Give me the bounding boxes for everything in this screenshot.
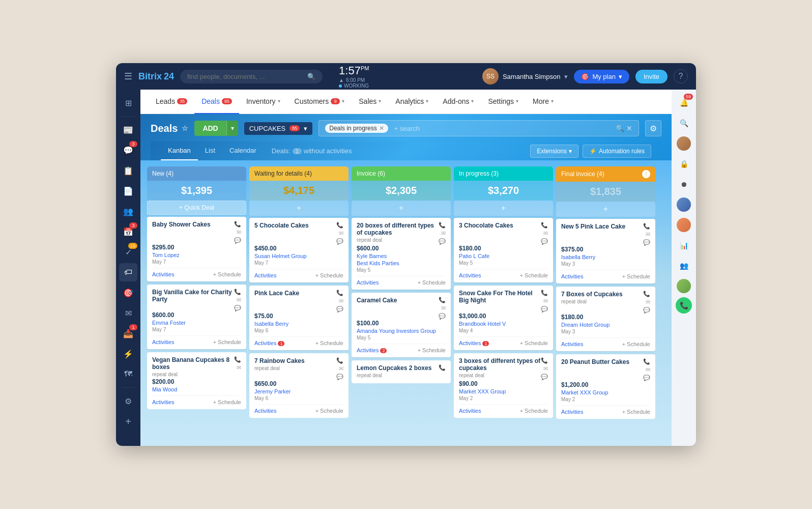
nav-item-customers[interactable]: Customers 9 ▾ [287,90,352,114]
nav-item-addons[interactable]: Add-ons ▾ [436,90,481,114]
my-plan-button[interactable]: 🎯 My plan ▾ [574,70,629,83]
add-button[interactable]: ADD [194,121,226,136]
card-7-rainbow-cakes[interactable]: 7 Rainbow Cakes repeat deal 📞 ✉ 💬 $650.0… [249,353,349,418]
schedule-link[interactable]: + Schedule [622,409,650,415]
activities-link[interactable]: Activities [459,272,481,278]
filter-pill-close-icon[interactable]: ✕ [379,125,384,132]
activities-link[interactable]: Activities 1 [254,340,284,346]
card-baby-shower-cakes[interactable]: Baby Shower Cakes 📞 ✉ 💬 $295.00 Tom Lope… [147,217,246,281]
sidebar-icon-settings[interactable]: ⚙ [119,392,137,410]
nav-item-leads[interactable]: Leads 35 [149,90,194,114]
sidebar-icon-mail[interactable]: ✉ [119,304,137,322]
sidebar-icon-filter[interactable]: ⚡ [119,345,137,363]
card-lemon-cupcakes[interactable]: Lemon Cupcakes 2 boxes repeat deal 📞 [352,360,451,383]
sidebar-icon-contacts[interactable]: 👥 [119,202,137,220]
sidebar-icon-chat[interactable]: 💬3 [119,141,137,159]
nav-item-deals[interactable]: Deals 85 [194,90,239,114]
schedule-link[interactable]: + Schedule [520,408,548,414]
add-card-button-in-progress[interactable]: + [454,201,553,216]
subnav-kanban[interactable]: Kanban [161,142,198,160]
sidebar-icon-calendar[interactable]: 📅3 [119,222,137,241]
subnav-list[interactable]: List [198,142,222,160]
search-clear-icon[interactable]: ✕ [626,124,632,132]
sidebar-icon-add[interactable]: + [119,412,137,431]
add-card-button-waiting[interactable]: + [249,201,349,216]
sidebar-icon-inbox[interactable]: 📥1 [119,324,137,343]
invite-button[interactable]: Invite [635,70,668,83]
sidebar-icon-feed[interactable]: 📰 [119,121,137,139]
card-20-boxes-cupcakes[interactable]: 20 boxes of different types of cupcakes … [352,218,451,290]
nav-item-settings[interactable]: Settings ▾ [481,90,526,114]
activities-link[interactable]: Activities 1 [459,340,489,346]
add-dropdown-button[interactable]: ▾ [226,121,238,136]
automation-button[interactable]: ⚡ Automation rules [583,145,651,158]
schedule-link[interactable]: + Schedule [315,272,343,278]
filter-settings-button[interactable]: ⚙ [645,120,661,136]
activities-link[interactable]: Activities [152,399,174,405]
right-sidebar-search[interactable]: 🔍 [675,114,693,132]
sidebar-icon-target[interactable]: 🎯 [119,284,137,302]
right-sidebar-lock[interactable]: 🔒 [675,155,693,173]
card-new-5-pink-lace[interactable]: New 5 Pink Lace Cake 📞 ✉ 💬 $375.00 Isabe… [556,219,655,284]
activities-link[interactable]: Activities [254,272,276,278]
right-sidebar-avatar-3[interactable] [675,216,693,234]
schedule-link[interactable]: + Schedule [622,273,650,279]
user-name[interactable]: Samantha Simpson [503,73,560,80]
sidebar-icon-map[interactable]: 🗺 [119,365,137,383]
nav-item-more[interactable]: More ▾ [526,90,561,114]
right-sidebar-notifications[interactable]: 🔔 59 [675,94,693,112]
card-vegan-banana[interactable]: Vegan Banana Cupcakes 8 boxes repeat dea… [147,352,246,409]
schedule-link[interactable]: + Schedule [622,341,650,347]
right-sidebar-crm[interactable]: 📊 [675,236,693,254]
quick-deal-button[interactable]: + Quick Deal [147,201,246,215]
schedule-link[interactable]: + Schedule [520,340,548,346]
search-filter[interactable]: Deals in progress ✕ + search 🔍 ✕ [318,120,639,136]
sidebar-icon-docs[interactable]: 📄 [119,182,137,200]
right-sidebar-avatar-2[interactable] [675,195,693,214]
card-snow-cake-hotel[interactable]: Snow Cake For The Hotel Big Night 📞 ✉ 💬 … [454,286,553,350]
sidebar-icon-grid[interactable]: ⊞ [119,94,137,112]
add-card-button-final-invoice[interactable]: + [556,202,655,217]
search-submit-icon[interactable]: 🔍 [616,124,624,132]
card-3-boxes-cupcakes[interactable]: 3 boxes of different types of cupcakes r… [454,353,553,418]
activities-link[interactable]: Activities 2 [357,347,387,353]
schedule-link[interactable]: + Schedule [315,408,343,414]
add-card-button-invoice[interactable]: + [352,201,451,216]
sidebar-icon-crm[interactable]: 🏷 [119,263,137,281]
card-5-chocolate-cakes[interactable]: 5 Chocolate Cakes 📞 ✉ 💬 $450.00 Susan He… [249,218,349,282]
activities-link[interactable]: Activities [561,273,583,279]
activities-link[interactable]: Activities [357,279,379,286]
extensions-button[interactable]: Extensions ▾ [530,145,578,158]
activities-link[interactable]: Activities [152,339,174,345]
schedule-link[interactable]: + Schedule [520,272,548,278]
nav-item-analytics[interactable]: Analytics ▾ [388,90,436,114]
activities-link[interactable]: Activities [152,271,174,277]
card-20-peanut-butter[interactable]: 20 Peanut Butter Cakes 📞 ✉ 💬 $1,200.00 M… [556,354,655,419]
sidebar-icon-tasks2[interactable]: ✓15 [119,243,137,261]
schedule-link[interactable]: + Schedule [418,279,446,286]
schedule-link[interactable]: + Schedule [418,347,446,353]
schedule-link[interactable]: + Schedule [213,271,241,277]
right-sidebar-record[interactable]: ⏺ [675,175,693,193]
card-big-vanilla-cake[interactable]: Big Vanilla Cake for Charity Party 📞 ✉ 💬… [147,285,246,349]
schedule-link[interactable]: + Schedule [213,399,241,405]
help-icon[interactable]: ? [674,69,688,83]
filter-tag[interactable]: CUPCAKES 85 ▾ [244,122,313,135]
activities-link[interactable]: Activities [561,409,583,415]
activities-link[interactable]: Activities [459,408,481,414]
card-caramel-cake[interactable]: Caramel Cake 📞 ✉ 💬 $100.00 Amanda Young … [352,293,451,357]
right-sidebar-phone[interactable]: 📞 [676,297,692,314]
search-input[interactable] [187,73,303,80]
nav-item-sales[interactable]: Sales ▾ [352,90,388,114]
star-icon[interactable]: ☆ [182,124,188,132]
right-sidebar-people[interactable]: 👥 [675,257,693,275]
card-3-chocolate-cakes[interactable]: 3 Chocolate Cakes 📞 ✉ 💬 $180.00 Patio L … [454,218,553,282]
subnav-calendar[interactable]: Calendar [222,142,264,160]
activities-link[interactable]: Activities [254,408,276,414]
activities-link[interactable]: Activities [561,341,583,347]
nav-item-inventory[interactable]: Inventory ▾ [239,90,287,114]
card-pink-lace-cake[interactable]: Pink Lace Cake 📞 ✉ 💬 $75.00 Isabella Ber… [249,286,349,350]
hamburger-icon[interactable]: ☰ [124,71,132,82]
sidebar-icon-tasks[interactable]: 📋 [119,161,137,180]
right-sidebar-avatar-1[interactable] [675,134,693,153]
